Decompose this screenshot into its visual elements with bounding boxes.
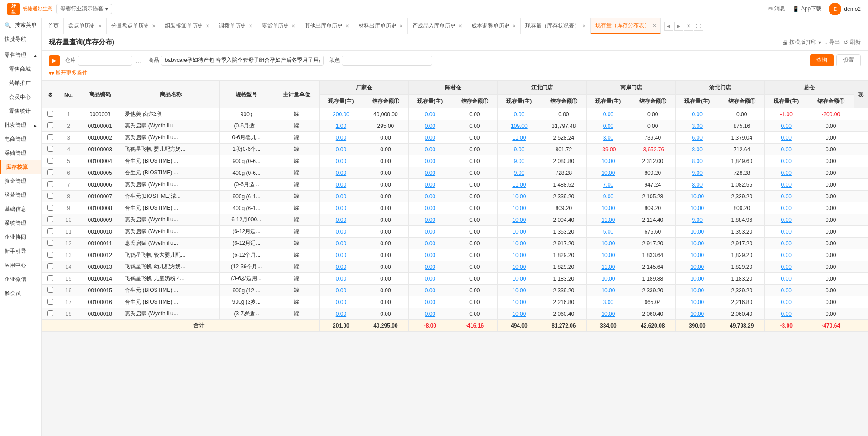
tab-expand-btn[interactable]: ⛶: [694, 22, 703, 31]
col-code: 00100005: [78, 167, 122, 179]
logo-area: 好生 畅捷通好生意: [7, 3, 52, 15]
col-check[interactable]: [42, 308, 59, 320]
col-check[interactable]: [42, 238, 59, 249]
col-code: 00100004: [78, 155, 122, 167]
tab-close-icon[interactable]: ✕: [399, 23, 403, 28]
col-check[interactable]: [42, 202, 59, 214]
sidebar-item-purchase[interactable]: 采购管理: [0, 146, 41, 160]
color-input[interactable]: [342, 56, 432, 66]
sidebar-item-ecom[interactable]: 电商管理: [0, 132, 41, 146]
tab-cost-adj[interactable]: 成本调整单历史 ✕: [467, 18, 521, 34]
tab-close-icon[interactable]: ✕: [458, 23, 462, 28]
col-check[interactable]: [42, 120, 59, 132]
col-check[interactable]: [42, 273, 59, 285]
col-settings-header[interactable]: ⚙: [42, 81, 59, 108]
sidebar-item-vip[interactable]: 畅会员: [0, 286, 41, 300]
col-check[interactable]: [42, 132, 59, 144]
sidebar-item-basic[interactable]: 基础信息: [0, 202, 41, 216]
col-unit: 罐: [274, 144, 319, 155]
col-cc-qty: 现存量(主): [409, 95, 452, 108]
tab-stock-history[interactable]: 盘点单历史 ✕: [64, 18, 107, 34]
sidebar-item-finance[interactable]: 资金管理: [0, 174, 41, 188]
col-check[interactable]: [42, 144, 59, 155]
col-check[interactable]: [42, 179, 59, 191]
col-code: 00100015: [78, 285, 122, 296]
logo-icon: 好生: [7, 3, 20, 15]
tab-outbound[interactable]: 其他出库单历史 ✕: [300, 18, 354, 34]
user-area[interactable]: E demo2: [829, 3, 861, 15]
total-row: 合计 201.00 40,295.00 -8.00 -416.16 494.00…: [42, 320, 868, 332]
sidebar-item-retail-store[interactable]: 零售商城: [0, 62, 41, 76]
chevron-down-icon: ▾: [105, 6, 108, 12]
tab-close-icon[interactable]: ✕: [98, 23, 102, 28]
tab-close-icon[interactable]: ✕: [512, 23, 516, 28]
col-group-cf: 厂家仓: [320, 81, 409, 95]
sidebar-item-quicknav[interactable]: 快捷导航: [0, 32, 41, 46]
message-btn[interactable]: ✉ 消息: [768, 5, 785, 13]
color-label: 颜色: [329, 56, 340, 64]
col-check[interactable]: [42, 191, 59, 202]
table-container: ⚙ No. 商品编码 商品名称 规格型号 主计量单位 厂家仓 陈村仓 江北门店 …: [42, 81, 868, 436]
col-check[interactable]: [42, 214, 59, 226]
tab-inventory-status[interactable]: 现存量（库存状况表） ✕: [521, 18, 591, 34]
tab-inventory-dist[interactable]: 现存量（库存分布表） ✕: [591, 18, 661, 34]
sidebar-item-sys[interactable]: 系统管理: [0, 216, 41, 230]
sidebar-item-retail-mgmt[interactable]: 零售管理 ▴: [0, 48, 41, 62]
chevron-down-icon: ▾▾: [49, 70, 54, 76]
col-check[interactable]: [42, 108, 59, 120]
tab-order[interactable]: 要货单历史 ✕: [257, 18, 300, 34]
tab-home[interactable]: 首页: [43, 18, 64, 34]
print-btn[interactable]: 🖨 按模版打印 ▾: [782, 38, 821, 46]
tab-nav-btns: ◀ ▶ ✕ ⛶: [661, 18, 706, 34]
warehouse-input[interactable]: [78, 56, 132, 66]
tab-product-in[interactable]: 产成品入库单历史 ✕: [408, 18, 467, 34]
tab-close-icon[interactable]: ✕: [582, 23, 586, 28]
sidebar-item-retail-stat[interactable]: 零售统计: [0, 104, 41, 118]
col-check[interactable]: [42, 261, 59, 273]
sidebar-item-mkt[interactable]: 营销推广: [0, 76, 41, 90]
sidebar-item-guide[interactable]: 新手引导: [0, 244, 41, 258]
industry-select[interactable]: 母婴行业演示陈套 ▾: [56, 4, 112, 14]
refresh-btn[interactable]: ↺ 刷新: [844, 38, 861, 46]
col-code: 00100010: [78, 226, 122, 238]
tab-material-out[interactable]: 材料出库单历史 ✕: [354, 18, 408, 34]
expand-conditions-btn[interactable]: ▾▾ 展开更多条件: [49, 69, 861, 77]
col-name: 惠氏启赋 (Wyeth illu...: [122, 132, 219, 144]
sidebar-item-corpwechat[interactable]: 企业微信: [0, 272, 41, 286]
col-check[interactable]: [42, 167, 59, 179]
export-btn[interactable]: ↓ 导出: [825, 38, 840, 46]
tab-transfer[interactable]: 调拨单历史 ✕: [214, 18, 257, 34]
sidebar-item-wholesale[interactable]: 批发管理 ▸: [0, 118, 41, 132]
tab-part-stock[interactable]: 分量盘点单历史 ✕: [107, 18, 160, 34]
tab-close-icon[interactable]: ✕: [345, 23, 349, 28]
sidebar-item-search[interactable]: 🔍 搜索英单: [0, 18, 41, 32]
settings-btn[interactable]: 设置: [836, 54, 861, 66]
tab-close-all-btn[interactable]: ✕: [684, 22, 693, 31]
col-unit: 罐: [274, 249, 319, 261]
col-check[interactable]: [42, 285, 59, 296]
tab-prev-btn[interactable]: ◀: [664, 22, 673, 31]
app-download-btn[interactable]: 📱 App下载: [793, 5, 821, 13]
col-check[interactable]: [42, 296, 59, 308]
tab-close-icon[interactable]: ✕: [206, 23, 209, 28]
tab-close-icon[interactable]: ✕: [249, 23, 252, 28]
col-no-header: No.: [59, 81, 78, 108]
tab-assembly[interactable]: 组装拆卸单历史 ✕: [160, 18, 214, 34]
sidebar-item-ops[interactable]: 经营管理: [0, 188, 41, 202]
col-check[interactable]: [42, 226, 59, 238]
tab-close-icon[interactable]: ✕: [152, 23, 156, 28]
tab-close-icon[interactable]: ✕: [652, 23, 656, 28]
sidebar-item-inventory[interactable]: 库存核算: [0, 160, 41, 174]
download-icon: 📱: [793, 6, 799, 12]
sidebar-item-corp[interactable]: 企业协同: [0, 230, 41, 244]
col-spec: (6-12个月...: [219, 249, 274, 261]
filter-expand-btn[interactable]: ▶: [49, 55, 60, 66]
tab-next-btn[interactable]: ▶: [674, 22, 683, 31]
goods-input[interactable]: [161, 56, 324, 66]
sidebar-item-member[interactable]: 会员中心: [0, 90, 41, 104]
tab-close-icon[interactable]: ✕: [292, 23, 295, 28]
search-btn[interactable]: 查询: [810, 54, 834, 66]
col-check[interactable]: [42, 249, 59, 261]
col-check[interactable]: [42, 155, 59, 167]
sidebar-item-appcenter[interactable]: 应用中心: [0, 258, 41, 272]
